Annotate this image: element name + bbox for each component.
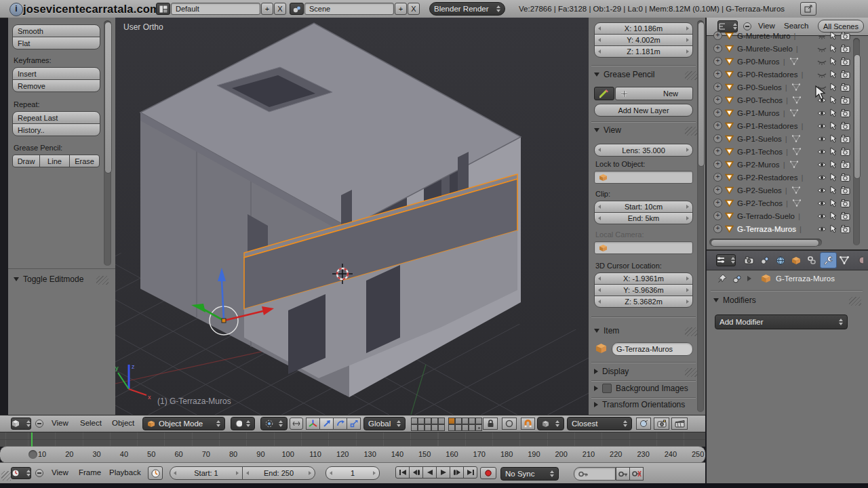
- visibility-eye-icon[interactable]: [817, 174, 827, 181]
- tab-world[interactable]: [772, 253, 788, 268]
- screen-layout-unlink-button[interactable]: X: [274, 3, 286, 15]
- selectability-cursor-icon[interactable]: [830, 224, 837, 233]
- outliner-scrollbar-vertical[interactable]: [853, 38, 860, 245]
- selectability-cursor-icon[interactable]: [830, 83, 837, 92]
- selectability-cursor-icon[interactable]: [830, 44, 837, 53]
- expand-icon[interactable]: +: [713, 70, 722, 79]
- add-new-layer-button[interactable]: Add New Layer: [594, 104, 693, 117]
- remove-keyframe-button[interactable]: Remove: [12, 79, 100, 92]
- visibility-eye-closed-icon[interactable]: [817, 58, 827, 65]
- selectability-cursor-icon[interactable]: [830, 31, 837, 40]
- object-name[interactable]: G-P2-Suelos: [737, 186, 782, 195]
- layer-cell[interactable]: [448, 418, 455, 424]
- breadcrumb-object-name[interactable]: G-Terraza-Muros: [776, 274, 835, 283]
- object-name[interactable]: G-P0-Restadores: [737, 70, 797, 79]
- layer-cell[interactable]: [475, 418, 482, 424]
- info-editor-icon[interactable]: i: [9, 3, 23, 16]
- mode-dropdown[interactable]: Object Mode: [142, 417, 225, 430]
- visibility-eye-icon[interactable]: [817, 110, 827, 117]
- layers-block-2[interactable]: [448, 418, 482, 431]
- scene-balls-icon[interactable]: [732, 274, 742, 283]
- renderability-camera-icon[interactable]: [840, 225, 850, 233]
- selectability-cursor-icon[interactable]: [830, 134, 837, 143]
- view-menu[interactable]: View: [52, 419, 68, 427]
- lens-field[interactable]: Lens: 35.000: [594, 144, 693, 157]
- dimension-x-field[interactable]: X: 10.186m: [594, 22, 693, 35]
- expand-icon[interactable]: +: [713, 173, 722, 182]
- grease-draw-button[interactable]: Draw: [12, 155, 40, 167]
- transform-orientation-dropdown[interactable]: Global: [363, 417, 406, 430]
- tab-material[interactable]: [852, 253, 868, 268]
- item-panel-header[interactable]: Item: [594, 326, 619, 336]
- background-images-panel-header[interactable]: Background Images: [594, 384, 688, 393]
- layer-cell[interactable]: [462, 424, 469, 431]
- outliner-row[interactable]: +G-P1-Muros|: [709, 106, 853, 119]
- panel-grip[interactable]: [685, 327, 697, 336]
- outliner-row[interactable]: +G-P1-Techos|: [709, 145, 853, 158]
- manipulator-toggle[interactable]: [306, 418, 320, 430]
- expand-icon[interactable]: +: [713, 224, 722, 233]
- play-reverse-button[interactable]: [422, 466, 437, 479]
- selectability-cursor-icon[interactable]: [830, 108, 837, 117]
- scene-add-button[interactable]: +: [395, 3, 407, 15]
- local-camera-field[interactable]: [594, 241, 693, 254]
- viewport-shading-dropdown[interactable]: [231, 417, 255, 430]
- lock-object-field[interactable]: [594, 171, 693, 184]
- renderability-camera-icon[interactable]: [840, 199, 850, 207]
- screen-layout-icon[interactable]: [156, 3, 170, 15]
- layer-cell[interactable]: [411, 418, 418, 424]
- frame-end-field[interactable]: End: 250: [242, 466, 315, 480]
- renderability-camera-icon[interactable]: [840, 96, 850, 104]
- keying-set-field[interactable]: [574, 467, 616, 481]
- outliner-row[interactable]: +G-Murete-Muro|: [709, 29, 853, 42]
- delete-keyframes-button[interactable]: [629, 467, 644, 481]
- cursor-x-field[interactable]: X: -1.9361m: [594, 272, 693, 285]
- layer-cell[interactable]: [431, 424, 438, 431]
- visibility-eye-icon[interactable]: [817, 213, 827, 220]
- object-name[interactable]: G-Terraza-Muros: [737, 225, 796, 233]
- timeline-track[interactable]: [0, 432, 705, 447]
- add-modifier-dropdown[interactable]: Add Modifier: [715, 314, 848, 329]
- renderability-camera-icon[interactable]: [840, 58, 850, 66]
- shade-smooth-button[interactable]: Smooth: [12, 24, 100, 37]
- selectability-cursor-icon[interactable]: [830, 211, 837, 220]
- visibility-eye-icon[interactable]: [817, 187, 827, 194]
- layer-cell[interactable]: [431, 418, 438, 424]
- outliner-row[interactable]: +G-Terraza-Muros|: [709, 222, 853, 235]
- selectability-cursor-icon[interactable]: [830, 147, 837, 156]
- pivot-point-dropdown[interactable]: [260, 417, 288, 430]
- layer-cell[interactable]: [448, 424, 455, 431]
- renderability-camera-icon[interactable]: [840, 186, 850, 195]
- object-name[interactable]: G-P2-Restadores: [737, 174, 797, 182]
- selectability-cursor-icon[interactable]: [830, 96, 837, 104]
- pivot-align-toggle[interactable]: [290, 418, 303, 430]
- layer-cell[interactable]: [418, 418, 425, 424]
- scene-unlink-button[interactable]: X: [408, 3, 420, 15]
- renderability-camera-icon[interactable]: [840, 45, 850, 53]
- header-collapse-button[interactable]: [35, 420, 43, 428]
- tab-modifiers[interactable]: [820, 252, 837, 268]
- insert-keyframes-button[interactable]: [616, 467, 630, 481]
- record-button[interactable]: [480, 467, 496, 479]
- renderability-camera-icon[interactable]: [840, 70, 850, 79]
- display-panel-header[interactable]: Display: [594, 367, 629, 376]
- tab-render[interactable]: [741, 253, 757, 268]
- visibility-eye-icon[interactable]: [817, 226, 827, 232]
- object-name[interactable]: G-P1-Suelos: [737, 135, 782, 143]
- layer-cell[interactable]: [455, 418, 462, 424]
- current-frame-playhead[interactable]: [31, 432, 33, 447]
- view3d-editor-type-button[interactable]: [11, 418, 31, 430]
- visibility-eye-icon[interactable]: [817, 123, 827, 129]
- sync-dropdown[interactable]: No Sync: [500, 467, 559, 481]
- expand-icon[interactable]: +: [713, 211, 722, 220]
- visibility-eye-closed-icon[interactable]: [817, 33, 827, 39]
- screen-layout-add-button[interactable]: +: [261, 3, 273, 15]
- viewport-canvas[interactable]: z y x User Ortho (1) G-Terraza-Muros: [115, 18, 589, 415]
- clip-end-field[interactable]: End: 5km: [594, 212, 693, 224]
- grease-draw-mode-button[interactable]: [594, 87, 614, 100]
- selectability-cursor-icon[interactable]: [830, 121, 837, 130]
- outliner-row[interactable]: +G-P2-Techos|: [709, 197, 853, 209]
- screen-layout-field[interactable]: Default: [171, 3, 260, 15]
- panel-grip[interactable]: [96, 276, 108, 285]
- expand-icon[interactable]: +: [713, 31, 722, 40]
